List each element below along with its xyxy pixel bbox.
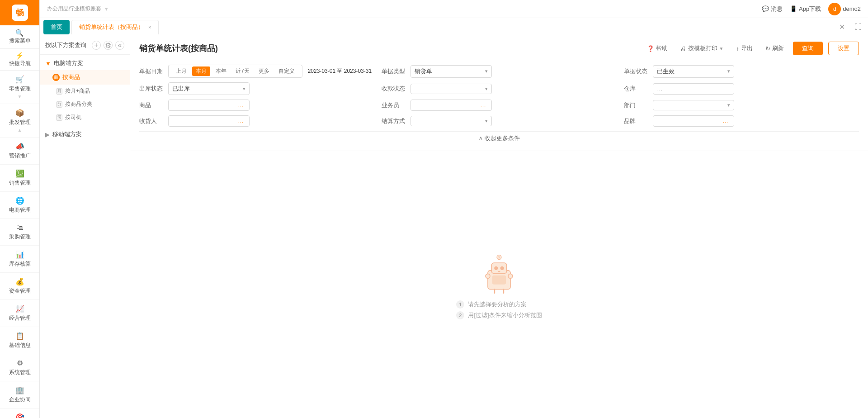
- query-button[interactable]: 查询: [793, 42, 823, 55]
- breadcrumb-chevron: ▾: [105, 5, 108, 12]
- date-btn-this-year[interactable]: 本年: [212, 66, 230, 76]
- date-btn-more[interactable]: 更多: [255, 66, 273, 76]
- scheme-add-button[interactable]: +: [92, 41, 101, 50]
- chevron-icon-3: ▾: [243, 86, 245, 92]
- sidebar-item-wholesale[interactable]: 📦 批发管理 ▲: [0, 104, 39, 138]
- sidebar-item-guide[interactable]: 🎯 新手引导: [0, 408, 39, 418]
- scheme-item-product-category[interactable]: 分 按商品分类: [40, 98, 130, 111]
- product-ellipsis[interactable]: …: [236, 102, 245, 109]
- scheme-collapse-button[interactable]: «: [115, 41, 124, 50]
- scheme-group-pc: ▼ 电脑端方案 商 按商品 月 按月+商品 分 按商品分类 司 按司机: [40, 55, 130, 126]
- filter-row-4: 收货人 … 结算方式 ▾ 品牌: [139, 115, 859, 127]
- sidebar-item-enterprise[interactable]: 🏢 企业协同: [0, 381, 39, 408]
- filter-stockstatus-select[interactable]: 已出库 ▾: [168, 82, 250, 95]
- refresh-button[interactable]: ↻ 刷新: [762, 43, 788, 54]
- filter-warehouse-select[interactable]: …: [653, 83, 734, 95]
- filter-paymentmethod-select[interactable]: ▾: [410, 116, 492, 126]
- scheme-sub-icon-3: 司: [56, 114, 62, 121]
- date-btn-7days[interactable]: 近7天: [232, 66, 253, 76]
- filter-product-select[interactable]: …: [168, 100, 250, 111]
- sidebar-item-operations[interactable]: 📈 经营管理: [0, 300, 39, 327]
- svg-point-2: [494, 266, 498, 270]
- filter-paymentstatus-col: 收款状态 ▾: [382, 84, 617, 94]
- tab-fullscreen-button[interactable]: ⛶: [852, 21, 864, 33]
- brand-ellipsis[interactable]: …: [721, 118, 730, 124]
- scheme-item-by-sku[interactable]: 司 按司机: [40, 111, 130, 124]
- refresh-icon: ↻: [765, 45, 770, 52]
- filter-doctype-col: 单据类型 销货单 ▾: [382, 65, 617, 78]
- sidebar-item-sales[interactable]: 💹 销售管理: [0, 165, 39, 192]
- filter-date-group[interactable]: 上月 本月 本年 近7天 更多 自定义: [168, 65, 302, 78]
- sidebar-item-system[interactable]: ⚙ 系统管理: [0, 354, 39, 381]
- settings-button[interactable]: 设置: [828, 42, 859, 55]
- tab-close-button[interactable]: ×: [148, 24, 151, 30]
- message-icon: 💬: [762, 5, 769, 12]
- user-menu[interactable]: d demo2: [828, 3, 861, 15]
- filter-brand-label: 品牌: [624, 117, 649, 125]
- collapse-filters-button[interactable]: ∧ 收起更多条件: [139, 131, 859, 145]
- message-button[interactable]: 💬 消息: [762, 5, 783, 13]
- sidebar-item-quick-nav[interactable]: ⚡ 快捷导航: [0, 49, 39, 71]
- filter-salesperson-select[interactable]: …: [410, 100, 492, 111]
- filter-docstatus-select[interactable]: 已生效 ▾: [653, 65, 734, 78]
- filter-warehouse-label: 仓库: [624, 85, 649, 93]
- empty-hint-1: 1 请先选择要分析的方案: [456, 300, 542, 309]
- scheme-group-mobile-header[interactable]: ▶ 移动端方案: [40, 128, 130, 141]
- sidebar-item-purchase[interactable]: 🛍 采购管理: [0, 219, 39, 246]
- scheme-sub-icon-2: 分: [56, 101, 62, 108]
- svg-point-3: [500, 266, 504, 270]
- export-icon: ↑: [736, 45, 740, 52]
- page-actions: ❓ 帮助 🖨 按模板打印 ▼ ↑ 导出 ↻ 刷新: [643, 42, 859, 55]
- sidebar-item-ecommerce[interactable]: 🌐 电商管理: [0, 192, 39, 219]
- filter-product-label: 商品: [139, 101, 165, 109]
- top-header: 办公用品行业模拟账套 ▾ 💬 消息 📱 App下载 d demo2: [40, 0, 868, 18]
- filter-paymentstatus-select[interactable]: ▾: [410, 84, 492, 94]
- export-button[interactable]: ↑ 导出: [733, 43, 757, 54]
- recipient-ellipsis[interactable]: …: [236, 118, 245, 124]
- scheme-group-pc-header[interactable]: ▼ 电脑端方案: [40, 57, 130, 70]
- content-area: 按以下方案查询 + ⚙ « ▼ 电脑端方案 商 按商品 月 按月+: [40, 36, 868, 418]
- sidebar-item-retail[interactable]: 🛒 零售管理 ▼: [0, 71, 39, 104]
- filter-row-1: 单据日期 上月 本月 本年 近7天 更多 自定义 2023-03-01 至 20…: [139, 65, 859, 78]
- filter-brand-select[interactable]: …: [653, 115, 734, 127]
- scheme-header: 按以下方案查询 + ⚙ «: [40, 36, 130, 55]
- date-btn-custom[interactable]: 自定义: [275, 66, 298, 76]
- filter-doctype-select[interactable]: 销货单 ▾: [410, 65, 492, 78]
- app-download-button[interactable]: 📱 App下载: [790, 5, 821, 13]
- tab-report[interactable]: 销货单统计表（按商品） ×: [71, 20, 159, 34]
- scheme-group-mobile-label: 移动端方案: [52, 130, 82, 138]
- sidebar-item-marketing[interactable]: 📣 营销推广: [0, 138, 39, 165]
- empty-state: ? 1 请先选择要分析的方案 2 用[过滤]条件来缩小分析范围: [130, 151, 868, 418]
- filter-department-col: 部门 ▾: [624, 100, 859, 110]
- scheme-panel-title: 按以下方案查询: [45, 41, 86, 49]
- filter-brand-col: 品牌 …: [624, 115, 859, 127]
- sidebar-item-inventory[interactable]: 📊 库存核算: [0, 246, 39, 273]
- tab-close-all-button[interactable]: ✕: [835, 21, 848, 33]
- scheme-sub-icon: 月: [56, 88, 62, 95]
- filter-recipient-select[interactable]: …: [168, 115, 250, 127]
- header-left: 办公用品行业模拟账套 ▾: [47, 5, 108, 13]
- filter-date-range: 2023-03-01 至 2023-03-31: [306, 66, 373, 76]
- sidebar-item-basic[interactable]: 📋 基础信息: [0, 327, 39, 354]
- sidebar-item-search[interactable]: 🔍 搜索菜单: [0, 25, 39, 49]
- filter-department-select[interactable]: ▾: [653, 100, 734, 110]
- date-btn-last-month[interactable]: 上月: [172, 66, 190, 76]
- sidebar: 畅 🔍 搜索菜单 ⚡ 快捷导航 🛒 零售管理 ▼ 📦 批发管理 ▲ 📣 营销推广…: [0, 0, 40, 418]
- salesperson-ellipsis[interactable]: …: [478, 102, 488, 109]
- scheme-item-by-product[interactable]: 商 按商品: [40, 70, 130, 85]
- breadcrumb: 办公用品行业模拟账套: [47, 5, 101, 13]
- avatar: d: [828, 3, 841, 15]
- scheme-settings-button[interactable]: ⚙: [104, 41, 113, 50]
- template-print-button[interactable]: 🖨 按模板打印 ▼: [677, 43, 727, 54]
- tab-home[interactable]: 首页: [43, 20, 70, 34]
- scheme-item-month-product[interactable]: 月 按月+商品: [40, 85, 130, 98]
- filter-doctype-value: 销货单: [415, 67, 432, 76]
- sidebar-item-finance[interactable]: 💰 资金管理: [0, 273, 39, 300]
- date-btn-this-month[interactable]: 本月: [192, 66, 210, 76]
- filter-row-3: 商品 … 业务员 … 部门: [139, 100, 859, 111]
- help-button[interactable]: ❓ 帮助: [643, 43, 671, 54]
- chevron-icon-4: ▾: [485, 86, 488, 92]
- collapse-label: ∧ 收起更多条件: [478, 134, 520, 142]
- filter-docstatus-col: 单据状态 已生效 ▾: [624, 65, 859, 78]
- scheme-header-actions: + ⚙ «: [92, 41, 124, 50]
